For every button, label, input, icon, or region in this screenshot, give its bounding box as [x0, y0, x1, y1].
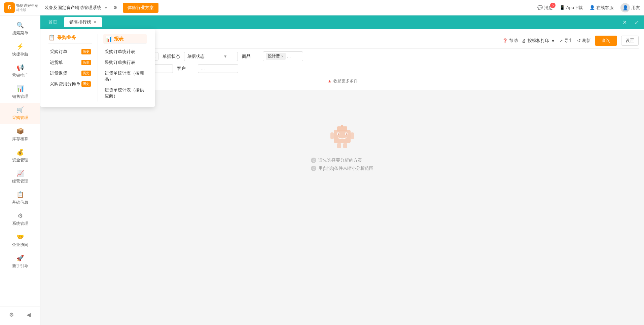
- settings-icon-btn[interactable]: ⚙: [111, 3, 120, 12]
- tab-close-all-btn[interactable]: ✕: [620, 17, 629, 27]
- logo-area: 6 畅捷通好生意 标准版: [4, 2, 44, 13]
- content-area: 首页 销售排行榜 ✕ ✕ ⤢ ❓: [40, 15, 644, 325]
- purchase-business-title: 📋 采购业务: [48, 34, 92, 44]
- query-button[interactable]: 查询: [595, 36, 617, 46]
- user-btn[interactable]: 👤 用友: [620, 3, 640, 12]
- tab-sales-ranking[interactable]: 销售排行榜 ✕: [64, 17, 102, 27]
- stock-in-item[interactable]: 进货单 历史: [48, 57, 92, 68]
- print-arrow-icon: ▼: [551, 38, 555, 43]
- svg-rect-7: [330, 132, 334, 139]
- box-icon: 📦: [16, 127, 24, 135]
- logo-icon: 6: [4, 2, 15, 13]
- logo-text: 畅捷通好生意 标准版: [16, 3, 38, 12]
- sidebar-item-purchase[interactable]: 🛒 采购管理: [0, 103, 40, 124]
- arrow-left-icon: ◀: [27, 312, 31, 318]
- customer-more-btn[interactable]: ...: [201, 66, 205, 71]
- message-btn[interactable]: 💬 消息 5: [537, 5, 553, 11]
- sidebar-item-marketing[interactable]: 📢 营销推广: [0, 60, 40, 82]
- logo-line2: 标准版: [16, 8, 38, 12]
- sidebar-item-label: 销售管理: [12, 94, 28, 99]
- goods-more-btn[interactable]: ...: [287, 54, 291, 59]
- tab-close-icon[interactable]: ✕: [93, 20, 97, 25]
- rocket-icon: 🚀: [16, 254, 24, 262]
- customer-service-btn[interactable]: 👤 在线客服: [589, 5, 614, 11]
- sidebar-item-nav[interactable]: ⚡ 快捷导航: [0, 39, 40, 60]
- help-label: 帮助: [509, 38, 518, 44]
- setup-button[interactable]: 设置: [621, 36, 639, 46]
- purchase-order-item[interactable]: 采购订单 历史: [48, 46, 92, 57]
- empty-tips: ① 请先选择要分析的方案 ② 用[过滤]条件来缩小分析范围: [311, 157, 373, 171]
- stock-in-label: 进货单: [50, 59, 63, 66]
- sidebar-item-operations[interactable]: 📈 经营管理: [0, 166, 40, 188]
- message-icon: 💬: [537, 5, 543, 10]
- stock-in-stats-goods-item[interactable]: 进货单统计表（按商品）: [103, 68, 147, 85]
- purchase-report-icon: 📊: [105, 36, 112, 42]
- empty-tip-2: ② 用[过滤]条件来缩小分析范围: [311, 165, 373, 171]
- sidebar-item-enterprise[interactable]: 🤝 企业协同: [0, 230, 40, 251]
- sidebar-item-basic-info[interactable]: 📋 基础信息: [0, 188, 40, 209]
- trending-icon: 📈: [16, 170, 24, 177]
- purchase-order-exec-item[interactable]: 采购订单执行表: [103, 57, 147, 68]
- refresh-btn[interactable]: ↺ 刷新: [577, 38, 591, 44]
- expand-icon: ⤢: [635, 19, 639, 26]
- tab-home[interactable]: 首页: [43, 17, 63, 27]
- sidebar-item-inventory[interactable]: 📦 库存核算: [0, 124, 40, 145]
- svg-rect-8: [351, 132, 354, 139]
- main-layout: 🔍 搜索菜单 ⚡ 快捷导航 📢 营销推广 📊 销售管理 🛒 采购管理 📦 库存核…: [0, 15, 644, 325]
- goods-tag-close[interactable]: ×: [281, 54, 284, 59]
- user-label: 用友: [631, 5, 640, 11]
- sidebar-item-newbie[interactable]: 🚀 新手引导: [0, 251, 40, 272]
- tab-expand-btn[interactable]: ⤢: [632, 17, 641, 27]
- close-icon: ✕: [622, 19, 627, 26]
- svg-rect-2: [341, 125, 343, 127]
- settings-icon: ⚙: [17, 212, 23, 219]
- purchase-order-history-tag: 历史: [81, 49, 91, 54]
- purchase-expense-label: 采购费用分摊单: [50, 81, 80, 87]
- sidebar-collapse-btn[interactable]: ◀: [24, 310, 34, 320]
- sidebar-item-label: 企业协同: [12, 242, 28, 248]
- question-icon: ❓: [502, 38, 508, 43]
- industry-btn[interactable]: 体验行业方案: [123, 3, 158, 13]
- sidebar-settings-btn[interactable]: ⚙: [6, 310, 16, 320]
- goods-filter[interactable]: 设计费 × ...: [263, 51, 303, 61]
- purchase-report-label: 报表: [114, 36, 123, 42]
- svg-rect-0: [334, 130, 351, 143]
- stock-return-history-tag: 历史: [81, 71, 91, 76]
- sidebar-item-label: 基础信息: [12, 200, 28, 205]
- search-icon: 🔍: [16, 22, 24, 29]
- export-label: 导出: [564, 38, 573, 44]
- stock-in-stats-supplier-label: 进货单统计表（按供应商）: [105, 87, 146, 99]
- sidebar-item-label: 系统管理: [12, 221, 28, 227]
- purchase-order-stats-item[interactable]: 采购订单统计表: [103, 46, 147, 57]
- svg-rect-10: [343, 143, 347, 148]
- sidebar-item-label: 搜索菜单: [12, 30, 28, 36]
- tab-sales-ranking-label: 销售排行榜: [69, 19, 91, 25]
- purchase-business-label: 采购业务: [57, 35, 76, 41]
- chevron-down-icon[interactable]: ▼: [104, 5, 108, 10]
- phone-icon: 📱: [560, 5, 565, 10]
- print-btn[interactable]: 🖨 按模板打印 ▼: [522, 38, 555, 44]
- stock-in-history-tag: 历史: [81, 60, 91, 65]
- status-select[interactable]: 单据状态 ▼: [184, 52, 238, 61]
- customer-filter[interactable]: ...: [198, 64, 238, 73]
- system-title: 装备及固定资产辅助管理系统: [44, 5, 101, 11]
- app-download-btn[interactable]: 📱 App下载: [560, 5, 583, 11]
- tip-1-num: ①: [311, 158, 316, 163]
- print-label: 按模板打印: [528, 38, 549, 44]
- sidebar-item-system[interactable]: ⚙ 系统管理: [0, 209, 40, 230]
- sidebar-item-label: 新手引导: [12, 263, 28, 269]
- sidebar-item-finance[interactable]: 💰 资金管理: [0, 145, 40, 166]
- export-btn[interactable]: ↗ 导出: [559, 38, 573, 44]
- help-btn[interactable]: ❓ 帮助: [502, 38, 518, 44]
- sidebar-item-sales[interactable]: 📊 销售管理: [0, 82, 40, 103]
- purchase-order-label: 采购订单: [50, 49, 67, 55]
- avatar: 👤: [620, 3, 630, 12]
- stock-in-stats-goods-label: 进货单统计表（按商品）: [105, 70, 146, 82]
- sidebar-item-search[interactable]: 🔍 搜索菜单: [0, 18, 40, 39]
- header-right: 💬 消息 5 📱 App下载 👤 在线客服 👤 用友: [537, 3, 640, 12]
- stock-in-stats-supplier-item[interactable]: 进货单统计表（按供应商）: [103, 85, 147, 101]
- tab-home-label: 首页: [48, 19, 57, 25]
- purchase-expense-item[interactable]: 采购费用分摊单 历史: [48, 79, 92, 89]
- stock-return-item[interactable]: 进货退货 历史: [48, 68, 92, 79]
- app-download-label: App下载: [566, 5, 583, 11]
